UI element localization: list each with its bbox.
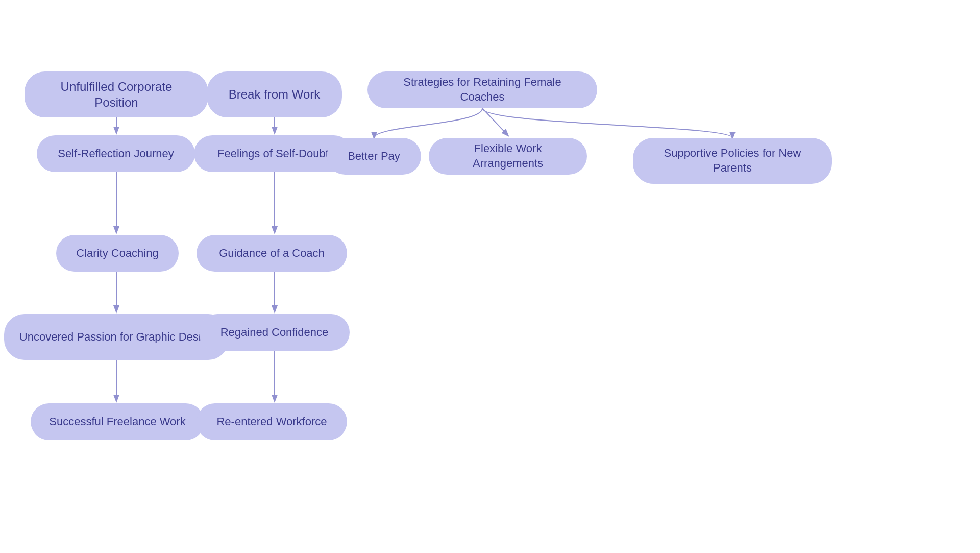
node-supportive-policies: Supportive Policies for New Parents <box>633 138 832 184</box>
node-flexible-work: Flexible Work Arrangements <box>429 138 587 175</box>
node-successful-freelance: Successful Freelance Work <box>31 403 204 440</box>
node-uncovered-passion: Uncovered Passion for Graphic Design <box>4 314 229 360</box>
node-re-entered-workforce: Re-entered Workforce <box>197 403 347 440</box>
node-break-from-work: Break from Work <box>207 71 342 117</box>
arrow-c3-root-c2 <box>482 108 508 135</box>
node-strategies-retaining: Strategies for Retaining Female Coaches <box>368 71 597 108</box>
node-regained-confidence: Regained Confidence <box>199 314 350 351</box>
node-guidance-coach: Guidance of a Coach <box>197 235 347 272</box>
node-self-reflection: Self-Reflection Journey <box>37 135 195 172</box>
node-clarity-coaching: Clarity Coaching <box>56 235 179 272</box>
arrow-c3-root-c3 <box>482 108 732 138</box>
arrow-c3-root-c1 <box>374 108 482 138</box>
diagram-container: Unfulfilled Corporate Position Self-Refl… <box>0 0 980 553</box>
node-unfulfilled-corporate: Unfulfilled Corporate Position <box>24 71 208 117</box>
node-better-pay: Better Pay <box>327 138 421 175</box>
